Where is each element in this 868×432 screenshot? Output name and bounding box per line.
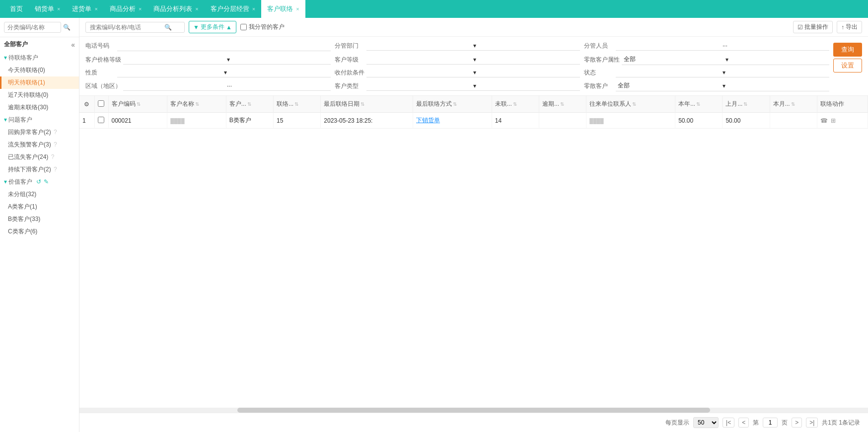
sidebar-group-problem[interactable]: ▾ 问题客户: [0, 114, 79, 126]
th-last-month[interactable]: 上月... ⇅: [723, 96, 770, 113]
search-icon[interactable]: 🔍: [164, 24, 172, 31]
my-customers-checkbox[interactable]: [240, 24, 247, 30]
sidebar-item-churn-warning[interactable]: 流失预警客户(3) ?: [0, 139, 79, 151]
row-code: 000021: [108, 113, 167, 129]
refresh-icon[interactable]: ↺: [36, 178, 41, 185]
nav-customer-tier[interactable]: 客户分层经营 ×: [205, 0, 261, 18]
sort-icon: ⇅: [137, 101, 141, 107]
question-icon: ?: [54, 166, 57, 173]
th-this-month[interactable]: 本月... ⇅: [770, 96, 817, 113]
close-icon[interactable]: ×: [195, 6, 198, 12]
phone-input[interactable]: [117, 41, 331, 51]
page-size-select[interactable]: 50 100 200: [693, 417, 719, 428]
close-icon[interactable]: ×: [252, 6, 255, 12]
retail-customer-label: 零散客户: [584, 82, 614, 90]
gear-icon[interactable]: ⚙: [84, 101, 89, 108]
row-last-month: 50.00: [723, 113, 770, 129]
collapse-icon[interactable]: «: [71, 41, 75, 49]
sidebar-item-overdue-contact[interactable]: 逾期未联络(30): [0, 101, 79, 114]
filter-icon: ▼: [193, 24, 199, 31]
sidebar-item-churned[interactable]: 已流失客户(24) ?: [0, 151, 79, 163]
th-last-date[interactable]: 最后联络日期 ⇅: [321, 96, 413, 113]
th-name[interactable]: 客户名称 ⇅: [167, 96, 226, 113]
close-icon[interactable]: ×: [94, 6, 97, 12]
search-input[interactable]: [90, 24, 164, 31]
status-select[interactable]: ▾: [616, 68, 829, 77]
nature-select[interactable]: ▾: [117, 68, 331, 77]
prev-page-btn[interactable]: <: [738, 418, 749, 428]
sidebar-group-wait-contact[interactable]: ▾ 待联络客户: [0, 52, 79, 64]
sidebar-group-value[interactable]: ▾ 价值客户 ↺ ✎: [0, 176, 79, 188]
sidebar-item-class-c[interactable]: C类客户(6): [0, 225, 79, 238]
sidebar-item-today-contact[interactable]: 今天待联络(0): [0, 64, 79, 76]
more-action-icon[interactable]: ⊞: [831, 117, 836, 124]
customer-type-select[interactable]: ▾: [366, 81, 580, 91]
sidebar-item-ungrouped[interactable]: 未分组(32): [0, 188, 79, 201]
select-all-checkbox[interactable]: [98, 100, 104, 107]
retail-customer-select[interactable]: 全部 ▾: [616, 80, 829, 91]
th-type[interactable]: 客户... ⇅: [226, 96, 273, 113]
price-level-select[interactable]: ▾: [123, 55, 331, 65]
sidebar-item-class-b[interactable]: B类客户(33): [0, 213, 79, 225]
th-overdue[interactable]: 逾期... ⇅: [539, 96, 586, 113]
row-no: 1: [79, 113, 94, 129]
filter-cell-price-level: 客户价格等级 ▾: [85, 55, 331, 65]
row-uncontact: 14: [492, 113, 539, 129]
retail-attr-select[interactable]: 全部 ▾: [622, 54, 829, 65]
sidebar-item-repurchase-abnormal[interactable]: 回购异常客户(2) ?: [0, 126, 79, 139]
first-page-btn[interactable]: |<: [723, 418, 734, 428]
th-uncontact[interactable]: 未联... ⇅: [492, 96, 539, 113]
row-last-method[interactable]: 下销货单: [413, 113, 492, 129]
th-this-year[interactable]: 本年... ⇅: [675, 96, 723, 113]
region-select[interactable]: ···: [123, 81, 331, 91]
search-icon[interactable]: 🔍: [63, 24, 71, 31]
status-label: 状态: [584, 69, 614, 77]
nav-product-analysis-list[interactable]: 商品分析列表 ×: [147, 0, 204, 18]
page-number-input[interactable]: [763, 418, 778, 428]
th-last-method[interactable]: 最后联络方式 ⇅: [413, 96, 492, 113]
chevron-down-icon: ▾: [227, 56, 329, 63]
row-overdue: [539, 113, 586, 129]
table-row: 1 000021 ████ B类客户 15 2023-05-23 18:25: …: [79, 113, 868, 129]
nav-customer-contact[interactable]: 客户联络 ×: [261, 0, 305, 18]
dept-select[interactable]: ▾: [366, 41, 580, 51]
edit-icon[interactable]: ✎: [44, 178, 49, 185]
filter-toolbar: 🔍 ▼ 更多条件 ▲ 我分管的客户 ☑ 批量操作 ↑ 导出: [79, 18, 868, 37]
next-page-btn[interactable]: >: [792, 418, 802, 428]
close-icon[interactable]: ×: [139, 6, 142, 12]
sidebar-item-7days-contact[interactable]: 近7天待联络(0): [0, 89, 79, 101]
th-contact-count[interactable]: 联络... ⇅: [274, 96, 321, 113]
manager-select[interactable]: ···: [616, 41, 829, 51]
th-code[interactable]: 客户编码 ⇅: [108, 96, 167, 113]
set-button[interactable]: 设置: [833, 59, 862, 72]
export-btn[interactable]: ↑ 导出: [837, 21, 862, 33]
query-button[interactable]: 查询: [833, 43, 862, 57]
sidebar-item-class-a[interactable]: A类客户(1): [0, 201, 79, 213]
dots-icon[interactable]: ···: [723, 42, 827, 49]
customer-level-select[interactable]: ▾: [366, 55, 580, 65]
last-page-btn[interactable]: >|: [806, 418, 818, 428]
more-conditions-btn[interactable]: ▼ 更多条件 ▲: [189, 21, 236, 33]
sidebar-item-declining[interactable]: 持续下滑客户(2) ?: [0, 163, 79, 176]
nav-sales-order[interactable]: 销货单 ×: [29, 0, 66, 18]
sidebar-item-tomorrow-contact[interactable]: 明天待联络(1): [0, 76, 79, 89]
batch-operation-btn[interactable]: ☑ 批量操作: [793, 21, 833, 33]
nav-product-analysis[interactable]: 商品分析 ×: [104, 0, 147, 18]
close-icon[interactable]: ×: [57, 6, 60, 12]
sort-icon: ⇅: [294, 101, 298, 107]
sort-icon: ⇅: [791, 101, 795, 107]
nav-purchase-order[interactable]: 进货单 ×: [66, 0, 103, 18]
dots-icon[interactable]: ···: [227, 82, 329, 89]
nav-home[interactable]: 首页: [4, 0, 29, 18]
th-unit-contact[interactable]: 往来单位联系人 ⇅: [586, 96, 675, 113]
close-icon[interactable]: ×: [296, 6, 299, 12]
th-settings[interactable]: ⚙: [79, 96, 94, 113]
row-unit-contact: ████: [586, 113, 675, 129]
search-box: 🔍: [85, 22, 185, 33]
phone-action-icon[interactable]: ☎: [820, 117, 828, 124]
row-action: ☎ ⊞: [817, 113, 868, 129]
row-select-checkbox[interactable]: [98, 117, 104, 123]
payment-select[interactable]: ▾: [366, 68, 580, 77]
sidebar-search-input[interactable]: [4, 22, 61, 33]
horizontal-scrollbar[interactable]: [79, 408, 868, 413]
